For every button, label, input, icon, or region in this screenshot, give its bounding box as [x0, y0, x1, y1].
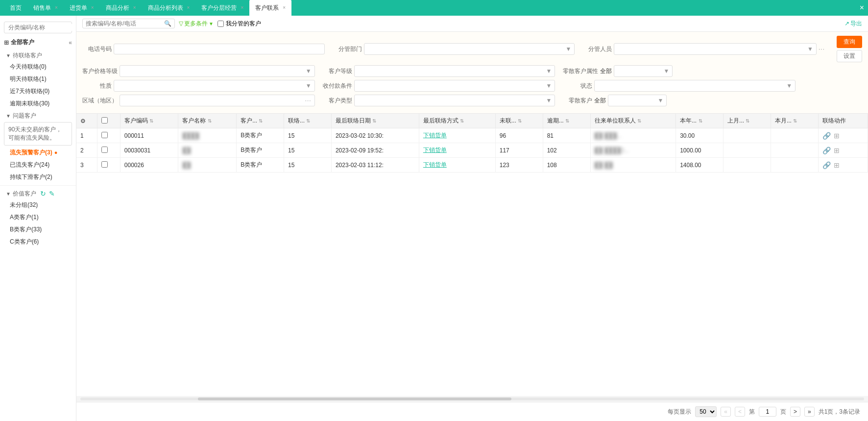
- sidebar-item-overdue-contact[interactable]: 逾期未联络(30): [0, 98, 76, 110]
- sidebar-search-input[interactable]: [8, 24, 76, 31]
- col-code[interactable]: 客户编码 ⇅: [120, 114, 178, 128]
- col-last-date[interactable]: 最后联络日期 ⇅: [331, 114, 419, 128]
- scroll-thumb[interactable]: [198, 397, 511, 400]
- settings-button[interactable]: 设置: [837, 50, 862, 62]
- region-dots-icon[interactable]: ···: [305, 97, 312, 104]
- first-page-btn[interactable]: «: [721, 407, 731, 417]
- row-grid-icon[interactable]: ⊞: [834, 161, 840, 169]
- close-analysis-tab[interactable]: ×: [133, 0, 136, 16]
- sidebar-item-7days-pending[interactable]: 近7天待联络(0): [0, 85, 76, 98]
- sidebar-item-ungrouped[interactable]: 未分组(32): [0, 199, 76, 211]
- close-customer-contact-tab[interactable]: ×: [283, 0, 286, 16]
- home-tab[interactable]: 首页: [4, 0, 27, 16]
- col-contact[interactable]: 联络... ⇅: [284, 114, 332, 128]
- last-page-btn[interactable]: »: [804, 407, 815, 417]
- sidebar-item-churn-warning[interactable]: 流失预警客户(3) ●: [0, 147, 76, 159]
- col-this-month[interactable]: 本月... ⇅: [771, 114, 818, 128]
- edit-icon[interactable]: ✎: [49, 190, 55, 198]
- page-number-input[interactable]: [759, 407, 776, 417]
- row-link-icon[interactable]: 🔗: [822, 161, 831, 169]
- sidebar-item-today-pending[interactable]: 今天待联络(0): [0, 61, 76, 73]
- sidebar-group-pending[interactable]: ▼ 待联络客户: [0, 50, 76, 61]
- row-grid-icon[interactable]: ⊞: [834, 147, 840, 154]
- close-purchase-tab[interactable]: ×: [91, 0, 94, 16]
- row-checkbox-cell[interactable]: [97, 143, 121, 158]
- close-analysis-list-tab[interactable]: ×: [187, 0, 190, 16]
- status-select[interactable]: ▼: [594, 80, 796, 92]
- sidebar-search-box[interactable]: 🔍: [4, 22, 72, 33]
- row-checkbox[interactable]: [101, 147, 108, 153]
- payment-select[interactable]: ▼: [354, 80, 555, 92]
- phone-input[interactable]: [114, 44, 325, 54]
- col-last-month[interactable]: 上月... ⇅: [723, 114, 771, 128]
- close-sales-tab[interactable]: ×: [55, 0, 58, 16]
- my-customer-checkbox-wrap[interactable]: 我分管的客户: [217, 20, 261, 28]
- sidebar-item-tomorrow-pending[interactable]: 明天待联络(1): [0, 73, 76, 85]
- row-link-icon[interactable]: 🔗: [822, 147, 831, 154]
- row-grid-icon[interactable]: ⊞: [834, 132, 840, 140]
- row-last-type[interactable]: 下销货单: [419, 143, 495, 158]
- sidebar-collapse-btn[interactable]: «: [69, 39, 72, 46]
- my-customer-checkbox[interactable]: [217, 21, 224, 27]
- sidebar-group-problem[interactable]: ▼ 问题客户: [0, 110, 76, 121]
- customer-grade-select[interactable]: ▼: [354, 65, 555, 77]
- filter-row-4: 区域（地区） ··· 客户类型 ▼ 零散客户 全部: [82, 95, 862, 106]
- row-checkbox-cell[interactable]: [97, 128, 121, 143]
- select-all-checkbox[interactable]: [101, 117, 108, 124]
- search-input[interactable]: [86, 20, 164, 27]
- row-last-type[interactable]: 下销货单: [419, 158, 495, 173]
- sidebar-item-declining[interactable]: 持续下滑客户(2): [0, 171, 76, 183]
- query-button[interactable]: 查询: [837, 36, 862, 48]
- sidebar-group-value[interactable]: ▼ 价值客户 ↻ ✎: [0, 188, 76, 199]
- tab-sales[interactable]: 销售单 ×: [27, 0, 64, 16]
- export-btn[interactable]: ↗ 导出: [844, 20, 862, 28]
- sidebar-item-churned[interactable]: 已流失客户(24): [0, 159, 76, 171]
- row-checkbox-cell[interactable]: [97, 158, 121, 173]
- last-type-link[interactable]: 下销货单: [423, 132, 447, 139]
- nature-select[interactable]: ▼: [114, 80, 315, 92]
- more-conditions-btn[interactable]: ▽ 更多条件 ▼: [179, 20, 214, 28]
- horizontal-scrollbar[interactable]: [76, 396, 868, 402]
- search-box[interactable]: 🔍: [82, 19, 175, 28]
- last-type-link[interactable]: 下销货单: [423, 147, 447, 153]
- col-type[interactable]: 客户... ⇅: [237, 114, 284, 128]
- scroll-track[interactable]: [80, 397, 864, 400]
- person-more-btn[interactable]: ···: [819, 46, 825, 52]
- settings-icon[interactable]: ⚙: [80, 118, 86, 124]
- dept-select[interactable]: ▼: [364, 43, 575, 55]
- tab-purchase[interactable]: 进货单 ×: [64, 0, 100, 16]
- row-last-type[interactable]: 下销货单: [419, 128, 495, 143]
- customer-type-select[interactable]: ▼: [354, 95, 555, 106]
- col-checkbox[interactable]: [97, 114, 121, 128]
- last-type-link[interactable]: 下销货单: [423, 161, 447, 168]
- scatter-attr-select[interactable]: ▼: [614, 65, 673, 77]
- per-page-select[interactable]: 50: [695, 406, 717, 417]
- tab-analysis[interactable]: 商品分析 ×: [100, 0, 142, 16]
- tab-customer-contact[interactable]: 客户联系 ×: [249, 0, 291, 16]
- region-select[interactable]: ···: [120, 95, 315, 106]
- col-contact-person[interactable]: 往来单位联系人 ⇅: [590, 114, 676, 128]
- row-checkbox[interactable]: [101, 161, 108, 168]
- prev-page-btn[interactable]: <: [735, 407, 745, 417]
- tab-analysis-list[interactable]: 商品分析列表 ×: [142, 0, 196, 16]
- sidebar-item-b-class[interactable]: B类客户(33): [0, 223, 76, 236]
- col-uncontacted[interactable]: 未联... ⇅: [495, 114, 543, 128]
- all-customers-title[interactable]: ⊞ 全部客户 «: [0, 35, 76, 50]
- sidebar-item-a-class[interactable]: A类客户(1): [0, 211, 76, 223]
- window-close-button[interactable]: ×: [860, 3, 864, 12]
- col-overdue[interactable]: 逾期... ⇅: [543, 114, 590, 128]
- refresh-icon[interactable]: ↻: [40, 190, 46, 198]
- col-name[interactable]: 客户名称 ⇅: [178, 114, 237, 128]
- price-grade-select[interactable]: ▼: [120, 65, 315, 77]
- next-page-btn[interactable]: >: [790, 407, 800, 417]
- person-select[interactable]: ▼: [614, 43, 817, 55]
- tab-customer-layer[interactable]: 客户分层经营 ×: [195, 0, 249, 16]
- row-checkbox[interactable]: [101, 132, 108, 138]
- col-this-year[interactable]: 本年... ⇅: [676, 114, 723, 128]
- close-customer-layer-tab[interactable]: ×: [241, 0, 243, 16]
- col-last-type[interactable]: 最后联络方式 ⇅: [419, 114, 495, 128]
- row-link-icon[interactable]: 🔗: [822, 132, 831, 140]
- col-settings[interactable]: ⚙: [76, 114, 97, 128]
- scatter-customer-select[interactable]: ▼: [608, 95, 667, 106]
- sidebar-item-c-class[interactable]: C类客户(6): [0, 236, 76, 248]
